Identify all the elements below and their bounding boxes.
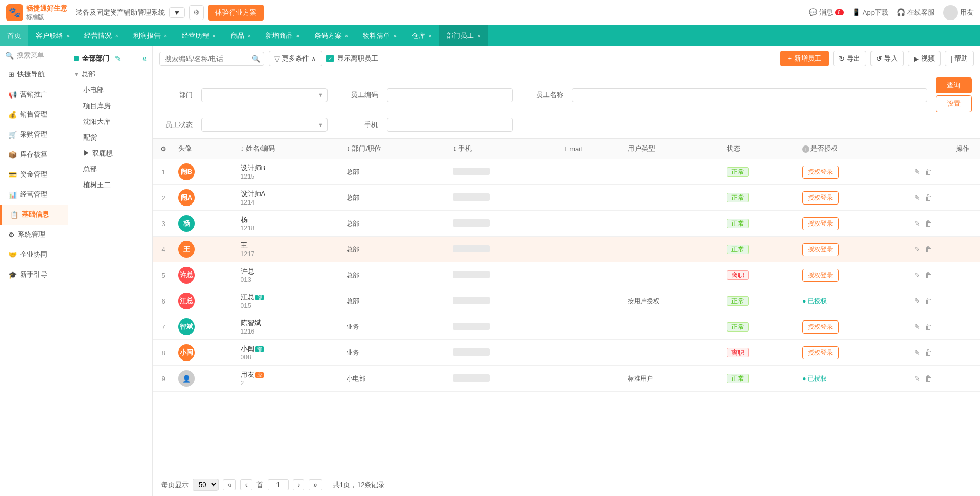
nav-item-经营历程[interactable]: 经营历程×	[174, 25, 223, 46]
auth-button[interactable]: 授权登录	[802, 269, 839, 282]
auth-info-icon[interactable]: i	[802, 145, 809, 153]
nav-close-icon[interactable]: ×	[164, 33, 167, 39]
sidebar-item-资金管理[interactable]: 💳资金管理	[0, 164, 68, 184]
search-icon[interactable]: 🔍	[252, 55, 260, 63]
nav-item-部门员工[interactable]: 部门员工×	[439, 25, 488, 46]
sidebar-item-采购管理[interactable]: 🛒采购管理	[0, 124, 68, 144]
dept-tree-item-项目库房[interactable]: 项目库房	[68, 98, 152, 114]
prev-page-button[interactable]: ‹	[240, 479, 252, 490]
page-size-select[interactable]: 50	[193, 479, 219, 491]
nav-item-客户联络[interactable]: 客户联络×	[28, 25, 77, 46]
sidebar-item-系统管理[interactable]: ⚙系统管理	[0, 225, 68, 245]
auth-button[interactable]: 授权登录	[802, 346, 839, 359]
emp-status-select[interactable]	[201, 118, 328, 132]
message-button[interactable]: 💬 消息 6	[809, 8, 844, 17]
dept-edit-icon[interactable]: ✎	[115, 54, 121, 63]
edit-icon[interactable]: ✎	[914, 297, 920, 305]
dept-tree-item-总部[interactable]: 总部	[68, 161, 152, 177]
nav-close-icon[interactable]: ×	[477, 33, 480, 39]
dept-collapse-button[interactable]: «	[142, 54, 147, 63]
nav-item-利润报告[interactable]: 利润报告×	[126, 25, 174, 46]
dept-tree-item-总部[interactable]: ▼总部	[68, 66, 152, 82]
first-page-button[interactable]: «	[223, 479, 236, 490]
nav-close-icon[interactable]: ×	[429, 33, 432, 39]
emp-code-input[interactable]	[387, 88, 513, 102]
delete-icon[interactable]: 🗑	[925, 348, 932, 357]
setting-button[interactable]: 设置	[936, 95, 972, 112]
delete-icon[interactable]: 🗑	[925, 323, 932, 331]
auth-button[interactable]: 授权登录	[802, 166, 839, 179]
nav-item-物料清单[interactable]: 物料清单×	[355, 25, 404, 46]
page-number-input[interactable]	[268, 479, 289, 490]
import-button[interactable]: ↺ 导入	[870, 51, 904, 66]
nav-item-仓库[interactable]: 仓库×	[404, 25, 439, 46]
nav-item-首页[interactable]: 首页	[0, 25, 28, 46]
emp-name-input[interactable]	[572, 88, 927, 102]
sidebar-item-基础信息[interactable]: 📋基础信息	[0, 205, 68, 225]
nav-close-icon[interactable]: ×	[393, 33, 397, 39]
help-button[interactable]: | 帮助	[945, 51, 974, 66]
sidebar-item-销售管理[interactable]: 💰销售管理	[0, 104, 68, 124]
delete-icon[interactable]: 🗑	[925, 219, 932, 228]
app-download-button[interactable]: 📱 App下载	[852, 8, 888, 17]
filter-more-button[interactable]: ▽ 更多条件 ∧	[269, 51, 322, 66]
nav-close-icon[interactable]: ×	[66, 33, 70, 39]
nav-item-商品[interactable]: 商品×	[223, 25, 258, 46]
settings-icon[interactable]: ⚙	[160, 145, 166, 153]
name-col-header[interactable]: ↕ 姓名/编码	[236, 139, 343, 159]
dept-tree-item-沈阳大库[interactable]: 沈阳大库	[68, 114, 152, 130]
delete-icon[interactable]: 🗑	[925, 193, 932, 202]
edit-icon[interactable]: ✎	[914, 193, 920, 202]
settings-col-header[interactable]: ⚙	[153, 139, 174, 159]
phone-input[interactable]	[387, 118, 513, 132]
nav-item-条码方案[interactable]: 条码方案×	[307, 25, 355, 46]
nav-close-icon[interactable]: ×	[345, 33, 348, 39]
query-button[interactable]: 查询	[936, 77, 972, 93]
dept-select[interactable]	[201, 88, 328, 102]
auth-button[interactable]: 授权登录	[802, 243, 839, 256]
online-service-button[interactable]: 🎧 在线客服	[897, 8, 935, 17]
delete-icon[interactable]: 🗑	[925, 297, 932, 305]
sidebar-item-经营管理[interactable]: 📊经营管理	[0, 184, 68, 205]
gear-button[interactable]: ⚙	[189, 5, 204, 20]
nav-close-icon[interactable]: ×	[296, 33, 299, 39]
system-select[interactable]: ▼	[169, 7, 185, 18]
delete-icon[interactable]: 🗑	[925, 245, 932, 254]
dept-tree-item-植树王二[interactable]: 植树王二	[68, 177, 152, 193]
export-button[interactable]: ↻ 导出	[833, 51, 866, 66]
edit-icon[interactable]: ✎	[914, 245, 920, 254]
sidebar-item-库存核算[interactable]: 📦库存核算	[0, 144, 68, 164]
trial-button[interactable]: 体验行业方案	[208, 5, 264, 21]
show-resigned-toggle[interactable]: ✓ 显示离职员工	[326, 54, 378, 63]
dept-tree-item-配货[interactable]: 配货	[68, 130, 152, 145]
edit-icon[interactable]: ✎	[914, 348, 920, 357]
resigned-checkbox[interactable]: ✓	[326, 55, 334, 62]
edit-icon[interactable]: ✎	[914, 271, 920, 279]
nav-close-icon[interactable]: ×	[212, 33, 215, 39]
nav-close-icon[interactable]: ×	[115, 33, 118, 39]
last-page-button[interactable]: »	[309, 479, 322, 490]
next-page-button[interactable]: ›	[293, 479, 304, 490]
search-input[interactable]	[159, 52, 264, 66]
edit-icon[interactable]: ✎	[914, 168, 920, 176]
delete-icon[interactable]: 🗑	[925, 271, 932, 279]
edit-icon[interactable]: ✎	[914, 374, 920, 383]
add-employee-button[interactable]: + 新增员工	[780, 51, 828, 66]
user-menu-button[interactable]: 用友	[943, 5, 974, 20]
auth-button[interactable]: 授权登录	[802, 320, 839, 334]
edit-icon[interactable]: ✎	[914, 323, 920, 331]
dept-tree-item-▶ 双鹿想[interactable]: ▶ 双鹿想	[68, 145, 152, 161]
phone-col-header[interactable]: ↕ 手机	[449, 139, 560, 159]
sidebar-item-新手引导[interactable]: 🎓新手引导	[0, 265, 68, 285]
auth-button[interactable]: 授权登录	[802, 217, 839, 230]
nav-item-经营情况[interactable]: 经营情况×	[77, 25, 125, 46]
auth-button[interactable]: 授权登录	[802, 191, 839, 205]
sidebar-item-营销推广[interactable]: 📢营销推广	[0, 84, 68, 104]
delete-icon[interactable]: 🗑	[925, 168, 932, 176]
video-button[interactable]: ▶ 视频	[908, 51, 941, 66]
dept-tree-item-小电部[interactable]: 小电部	[68, 82, 152, 98]
sidebar-item-快捷导航[interactable]: ⊞快捷导航	[0, 64, 68, 84]
sidebar-item-企业协同[interactable]: 🤝企业协同	[0, 245, 68, 265]
nav-close-icon[interactable]: ×	[248, 33, 251, 39]
delete-icon[interactable]: 🗑	[925, 374, 932, 383]
